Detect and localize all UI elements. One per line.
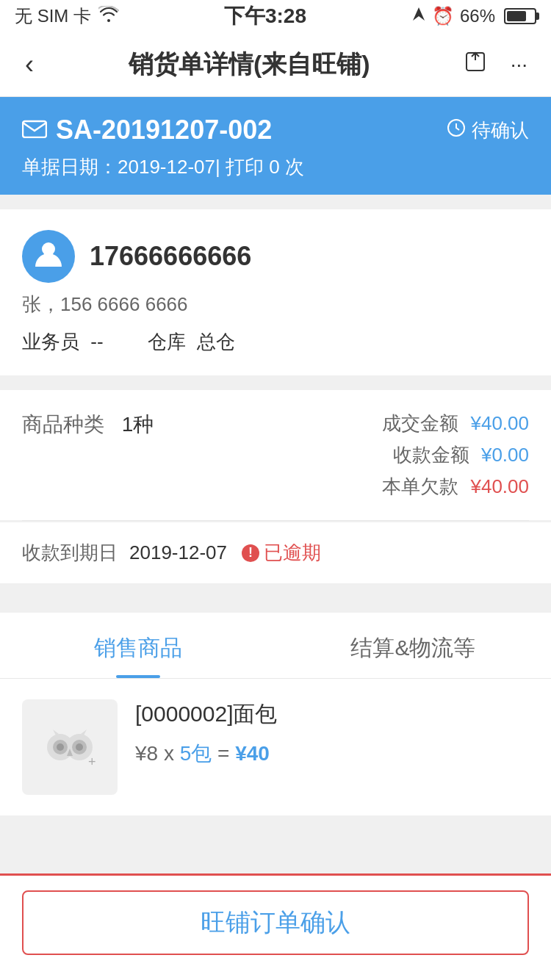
alarm-icon: ⏰	[432, 6, 454, 26]
warehouse-info: 仓库 总仓	[148, 329, 235, 355]
customer-phone: 17666666666	[90, 241, 251, 272]
status-clock-icon	[447, 118, 466, 143]
payment-label: 收款金额	[393, 442, 469, 468]
qty-value: 5包	[180, 742, 212, 765]
product-name: [0000002]面包	[135, 699, 529, 729]
customer-meta: 业务员 -- 仓库 总仓	[22, 329, 529, 355]
debt-amount-row: 本单欠款 ¥40.00	[382, 474, 529, 500]
amount-value: ¥40.00	[470, 412, 529, 435]
order-status: 待确认	[447, 118, 529, 143]
debt-label: 本单欠款	[382, 474, 458, 500]
product-price: ¥8 x 5包 = ¥40	[135, 740, 529, 768]
thin-divider	[22, 520, 529, 521]
order-header-card: SA-20191207-002 待确认 单据日期：2019-12-07| 打印 …	[0, 97, 551, 195]
divider-2	[0, 583, 551, 598]
order-status-text: 待确认	[472, 118, 529, 143]
svg-marker-0	[413, 7, 425, 21]
category-value: 1种	[122, 413, 154, 436]
product-list: + [0000002]面包 ¥8 x 5包 = ¥40	[0, 679, 551, 815]
battery-percent: 66%	[460, 6, 495, 26]
overdue-icon: !	[242, 544, 259, 562]
nav-bar: ‹ 销货单详情(来自旺铺) ···	[0, 32, 551, 97]
tab-underline	[116, 675, 160, 678]
summary-left: 商品种类 1种	[22, 411, 154, 439]
category-label: 商品种类	[22, 413, 104, 436]
equals-sign: =	[217, 742, 235, 765]
tab-sales-goods[interactable]: 销售商品	[0, 613, 276, 678]
wifi-icon	[98, 6, 119, 26]
tab-sales-goods-label: 销售商品	[94, 635, 182, 660]
customer-row: 17666666666	[22, 230, 529, 283]
customer-name: 张，156 6666 6666	[22, 292, 529, 317]
status-left: 无 SIM 卡	[15, 4, 119, 28]
order-date-row: 单据日期：2019-12-07| 打印 0 次	[22, 154, 529, 180]
more-button[interactable]: ···	[505, 47, 533, 82]
nav-actions: ···	[458, 44, 533, 84]
summary-card: 商品种类 1种 成交金额 ¥40.00 收款金额 ¥0.00 本单欠款 ¥40.…	[0, 390, 551, 520]
summary-row: 商品种类 1种 成交金额 ¥40.00 收款金额 ¥0.00 本单欠款 ¥40.…	[22, 411, 529, 500]
order-icon	[22, 117, 47, 144]
due-date-card: 收款到期日 2019-12-07 ! 已逾期	[0, 522, 551, 583]
due-date-label: 收款到期日	[22, 540, 118, 566]
location-icon	[411, 6, 426, 26]
product-info: [0000002]面包 ¥8 x 5包 = ¥40	[135, 699, 529, 768]
tab-settlement[interactable]: 结算&物流等	[276, 613, 551, 678]
product-thumbnail: +	[22, 699, 118, 795]
confirm-button[interactable]: 旺铺订单确认	[22, 890, 529, 955]
battery-icon	[504, 8, 536, 24]
order-id: SA-20191207-002	[22, 115, 272, 145]
bottom-area: 旺铺订单确认	[0, 873, 551, 980]
transaction-amount-row: 成交金额 ¥40.00	[382, 411, 529, 436]
overdue-text: 已逾期	[264, 540, 321, 566]
payment-amount-row: 收款金额 ¥0.00	[393, 442, 529, 468]
share-button[interactable]	[458, 44, 493, 84]
total-value: ¥40	[235, 742, 270, 765]
divider-1	[0, 375, 551, 390]
svg-rect-2	[23, 121, 46, 137]
due-date-value: 2019-12-07	[129, 541, 227, 564]
summary-right: 成交金额 ¥40.00 收款金额 ¥0.00 本单欠款 ¥40.00	[382, 411, 529, 500]
avatar	[22, 230, 75, 283]
page-title: 销货单详情(来自旺铺)	[41, 48, 458, 82]
order-id-text: SA-20191207-002	[56, 115, 272, 145]
order-header-top: SA-20191207-002 待确认	[22, 115, 529, 145]
price-value: ¥8	[135, 742, 158, 765]
svg-text:+: +	[88, 754, 96, 769]
table-row: + [0000002]面包 ¥8 x 5包 = ¥40	[0, 679, 551, 815]
salesman-info: 业务员 --	[22, 329, 104, 355]
carrier-label: 无 SIM 卡	[15, 4, 91, 28]
customer-card: 17666666666 张，156 6666 6666 业务员 -- 仓库 总仓	[0, 209, 551, 375]
back-button[interactable]: ‹	[18, 42, 41, 87]
multiply-sign: x	[164, 742, 180, 765]
status-right: ⏰ 66%	[411, 6, 536, 26]
debt-value: ¥40.00	[470, 475, 529, 498]
avatar-icon	[32, 237, 65, 276]
time-display: 下午3:28	[224, 2, 306, 30]
tabs-container: 销售商品 结算&物流等	[0, 613, 551, 679]
overdue-badge: ! 已逾期	[242, 540, 321, 566]
svg-point-9	[57, 743, 64, 751]
tab-settlement-label: 结算&物流等	[350, 635, 475, 660]
amount-label: 成交金额	[382, 411, 458, 436]
svg-point-10	[76, 743, 83, 751]
status-bar: 无 SIM 卡 下午3:28 ⏰ 66%	[0, 0, 551, 32]
payment-value: ¥0.00	[481, 444, 529, 466]
